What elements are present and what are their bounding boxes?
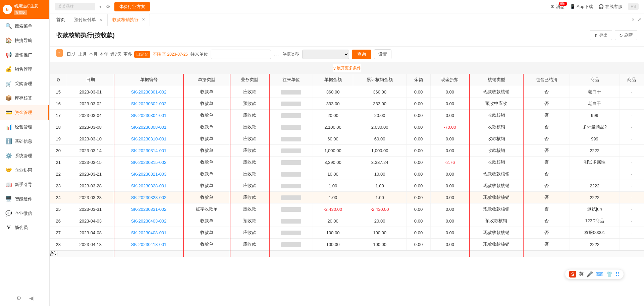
cell-cancel-type: 收款核销 [470,133,524,145]
tab-collection-label: 收款核销执行 [112,17,139,23]
online-support-btn[interactable]: 🎧 在线客服 [598,4,623,10]
doc-no-link[interactable]: SK-20230328-001 [131,183,167,188]
sidebar-item-wechat[interactable]: 💬 企业微信 [0,206,49,221]
date-more[interactable]: 更多 [123,51,132,58]
cell-partner [269,168,313,180]
cell-goods: 123D商品 [570,215,620,227]
doc-no-link[interactable]: SK-20230304-001 [131,113,167,118]
filter-bar: » 日期 上月 本月 本年 近7天 更多 自定义 不限 至 2023-07-26… [50,47,644,62]
brand-dropdown-icon[interactable]: ▾ [99,4,102,9]
tab-close-all-icon[interactable]: ✕ [631,17,635,22]
cell-cancel-type: 收款核销 [470,157,524,168]
col-settings[interactable]: ⚙ [50,74,67,86]
expand-more-btn[interactable]: ∨ 展开更多条件 [333,64,361,72]
cell-goods2: - [620,215,644,227]
doc-no-link[interactable]: SK-20230301-002 [131,89,167,95]
cell-biz-type: 应收款 [230,192,269,203]
doc-no-link[interactable]: SK-20230308-001 [131,125,167,130]
footer-cash-discount [430,250,469,257]
expand-more-label: 展开更多条件 [337,65,361,71]
sidebar-item-baseinfo[interactable]: ℹ️ 基础信息 [0,134,49,148]
query-btn[interactable]: 查询 [352,50,371,59]
footer-cancel-type [470,250,524,257]
doc-no-link[interactable]: SK-20230331-002 [131,207,167,212]
brand-selector[interactable]: 某某品牌 [55,3,95,10]
date-last-month[interactable]: 上月 [78,51,87,58]
tab-collection-exec[interactable]: 收款核销执行 ✕ [107,14,150,26]
sidebar-item-search[interactable]: 🔍 搜索菜单 [0,19,49,33]
tab-prepay-close[interactable]: ✕ [99,18,102,22]
sidebar-item-purchase[interactable]: 🛒 采购管理 [0,76,49,91]
sidebar-item-marketing[interactable]: 📢 营销推广 [0,48,49,62]
top-gear-icon[interactable]: ⚙ [106,3,110,10]
sidebar-item-label: 快捷导航 [15,38,32,44]
tab-home[interactable]: 首页 [52,14,69,25]
app-download-btn[interactable]: 📱 App下载 [570,4,593,10]
cell-no: 21 [50,157,67,168]
doc-no-link[interactable]: SK-20230310-001 [131,136,167,141]
sidebar-item-label: 基础信息 [15,138,32,144]
tab-collection-close[interactable]: ✕ [142,17,145,22]
partner-filter-label: 往来单位 [191,51,208,57]
doc-no-link[interactable]: SK-20230314-001 [131,148,167,153]
export-btn[interactable]: ⬆ 导出 [590,30,612,40]
partner-dots-btn[interactable]: ... [274,52,279,57]
cell-doc-type: 收款单 [183,86,230,98]
content-header: 收款核销执行(按收款) ⬆ 导出 ↻ 刷新 [50,26,644,47]
doc-no-link[interactable]: SK-20230328-002 [131,195,167,200]
partner-input[interactable] [211,50,271,59]
cell-goods: 2222 [570,145,620,157]
top-right-actions: ✉ 消息 99+ 📱 App下载 🎧 在线客服 Rit [551,3,639,10]
cell-balance: 0.00 [407,168,431,180]
doc-no-link[interactable]: SK-20230418-001 [131,242,167,247]
col-date: 日期 [67,74,114,86]
sidebar-item-hardware[interactable]: 🖥️ 智能硬件 [0,192,49,206]
sidebar-item-guide[interactable]: 📖 新手引导 [0,177,49,192]
footer-partner [269,250,313,257]
cell-doc-type: 收款单 [183,180,230,192]
sidebar-item-finance[interactable]: 💳 资金管理 [0,105,49,120]
sidebar-item-member[interactable]: V 畅会员 [0,221,49,235]
table-header-row: ⚙ 日期 单据编号 单据类型 业务类型 往来单位 单据金额 累计核销金额 余额 … [50,74,644,86]
date-this-year[interactable]: 本年 [100,51,108,58]
message-badge: 99+ [559,2,567,6]
sidebar-item-enterprise[interactable]: 🤝 企业协同 [0,163,49,177]
sidebar-item-system[interactable]: ⚙️ 系统管理 [0,148,49,163]
filter-settings-btn[interactable]: 设置 [374,49,391,59]
footer-label: 合计 [50,250,114,257]
doc-no-link[interactable]: SK-20230302-002 [131,101,167,106]
footer-goods [570,250,620,257]
doc-type-select[interactable] [302,50,349,59]
sidebar-collapse-btn[interactable]: ◀ [26,293,37,303]
cell-doc-type: 收款单 [183,121,230,133]
main-area: 某某品牌 ▾ ⚙ 体验行业方案 ✉ 消息 99+ 📱 App下载 🎧 在线客服 … [50,0,644,306]
cell-balance: 0.00 [407,180,431,192]
sidebar: 6 畅康道好生意 标推版 🔍 搜索菜单 🏠 快捷导航 📢 营销推广 💰 销售管理… [0,0,50,306]
sidebar-item-operations[interactable]: 📊 经营管理 [0,120,49,134]
solution-btn[interactable]: 体验行业方案 [114,2,150,11]
doc-no-link[interactable]: SK-20230403-002 [131,219,167,224]
cell-biz-type: 应收款 [230,180,269,192]
cell-goods2: - [620,145,644,157]
tab-prepay-order[interactable]: 预付应付单 ✕ [69,14,107,25]
doc-no-link[interactable]: SK-20230315-002 [131,160,167,165]
cell-no: 24 [50,192,67,203]
tab-expand-icon[interactable]: ⤢ [638,17,641,22]
date-this-month[interactable]: 本月 [89,51,98,58]
date-custom-btn[interactable]: 自定义 [134,51,150,58]
cell-doc-type: 收款单 [183,133,230,145]
doc-no-link[interactable]: SK-20230408-001 [131,230,167,235]
refresh-btn[interactable]: ↻ 刷新 [615,30,637,40]
sidebar-item-inventory[interactable]: 📦 库存核算 [0,91,49,105]
doc-no-link[interactable]: SK-20230321-003 [131,172,167,177]
sidebar-item-quicknav[interactable]: 🏠 快捷导航 [0,33,49,48]
filter-expand-btn[interactable]: » [56,49,63,57]
message-btn[interactable]: ✉ 消息 99+ [551,4,565,10]
sidebar-item-sales[interactable]: 💰 销售管理 [0,62,49,76]
cell-biz-type: 应收款 [230,121,269,133]
cell-balance: 0.00 [407,86,431,98]
cell-no: 28 [50,239,67,251]
date-7days[interactable]: 近7天 [110,51,121,58]
sidebar-settings-btn[interactable]: ⚙ [13,293,24,303]
cell-doc-no: SK-20230301-002 [114,86,183,98]
